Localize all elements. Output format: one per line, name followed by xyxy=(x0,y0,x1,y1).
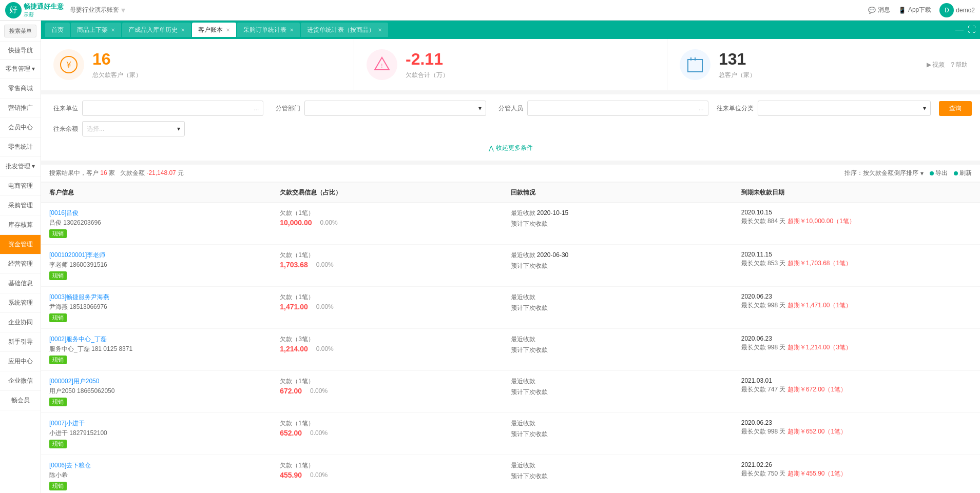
help-btn[interactable]: ? 帮助 xyxy=(951,61,968,69)
tab-maximize-btn[interactable]: ⛶ xyxy=(968,25,976,34)
sidebar-search-btn[interactable]: 搜索菜单 xyxy=(4,25,36,37)
search-button[interactable]: 查询 xyxy=(939,101,972,116)
debt-amount-3: 1,471.00 xyxy=(280,303,308,311)
sidebar-item-enterprise-collab[interactable]: 企业协同 xyxy=(0,313,41,332)
app-download-btn[interactable]: 📱 App下载 xyxy=(898,6,931,14)
sidebar-item-enterprise-wechat[interactable]: 企业微信 xyxy=(0,371,41,391)
overdue-amount-3[interactable]: 超期￥1,471.00（1笔） xyxy=(787,302,852,309)
sidebar-item-app-center[interactable]: 应用中心 xyxy=(0,352,41,371)
sidebar-item-member-plus[interactable]: 畅会员 xyxy=(0,391,41,410)
tab-minimize-btn[interactable]: — xyxy=(955,25,964,34)
collection-date-2: 2020-06-30 xyxy=(537,251,568,259)
collection-next-5: 预计下次收款 xyxy=(511,388,741,397)
main-layout: 搜索菜单 快捷导航 零售管理 ▾ 零售商城 营销推广 会员中心 零售统计 批发管… xyxy=(0,21,980,493)
user-menu[interactable]: D demo2 xyxy=(939,3,975,17)
tab-product-shelf-close[interactable]: ✕ xyxy=(111,27,115,33)
tab-product-history[interactable]: 产成品入库单历史 ✕ xyxy=(122,23,191,37)
content-area: ¥ 16 总欠款客户（家） ! -2.11 欠款合计（万） xyxy=(41,39,980,493)
overdue-amount-1[interactable]: 超期￥10,000.00（1笔） xyxy=(787,218,855,225)
debt-cell-5: 欠款（1笔） 672.00 0.00% xyxy=(280,377,510,395)
customer-id-6[interactable]: [0007]小进干 xyxy=(49,419,280,428)
overdue-amount-2[interactable]: 超期￥1,703.68（1笔） xyxy=(787,260,852,267)
filter-manager-label: 分管人员 xyxy=(494,104,523,113)
tab-home[interactable]: 首页 xyxy=(45,23,70,37)
tab-purchase-stats[interactable]: 进货单统计表（按商品） ✕ xyxy=(301,23,388,37)
export-btn[interactable]: 导出 xyxy=(930,169,948,178)
app-download-icon: 📱 xyxy=(898,7,906,14)
overdue-amount-5[interactable]: 超期￥672.00（1笔） xyxy=(787,386,847,393)
sidebar-item-ecommerce[interactable]: 电商管理 xyxy=(0,176,41,196)
overdue-amount-6[interactable]: 超期￥652.00（1笔） xyxy=(787,428,847,435)
tab-product-shelf[interactable]: 商品上下架 ✕ xyxy=(71,23,121,37)
filter-dept-select[interactable]: ▾ xyxy=(304,101,486,116)
customer-id-4[interactable]: [0002]服务中心_丁磊 xyxy=(49,335,280,344)
filter-source-unit-input[interactable]: ... xyxy=(82,101,263,116)
tab-purchase-order[interactable]: 采购订单统计表 ✕ xyxy=(237,23,300,37)
sidebar-item-operations[interactable]: 经营管理 xyxy=(0,254,41,274)
filter-manager-input[interactable]: ... xyxy=(527,101,708,116)
customer-tag-5: 现销 xyxy=(49,398,67,406)
overdue-cell-3: 2020.06.23 最长欠款 998 天 超期￥1,471.00（1笔） xyxy=(741,293,972,310)
customer-id-1[interactable]: [0016]吕俊 xyxy=(49,209,280,218)
customer-info-cell-1: [0016]吕俊 吕俊 13026203696 现销 xyxy=(49,209,280,238)
video-btn[interactable]: ▶ 视频 xyxy=(927,61,945,69)
customer-id-2[interactable]: [0001020001]李老师 xyxy=(49,251,280,260)
customer-id-3[interactable]: [0003]畅捷服务尹海燕 xyxy=(49,293,280,302)
store-dropdown-icon[interactable]: ▾ xyxy=(121,5,125,15)
tab-customer-account[interactable]: 客户账本 ✕ xyxy=(192,23,236,37)
collapse-btn[interactable]: ⋀ 收起更多条件 xyxy=(49,142,972,154)
refresh-btn[interactable]: 刷新 xyxy=(954,169,972,178)
tab-product-history-close[interactable]: ✕ xyxy=(181,27,185,33)
sidebar-item-retail-mall[interactable]: 零售商城 xyxy=(0,79,41,98)
svg-rect-4 xyxy=(688,60,702,72)
tab-customer-account-close[interactable]: ✕ xyxy=(226,27,230,33)
debt-count-1: 欠款（1笔） xyxy=(280,209,510,218)
video-label: 视频 xyxy=(932,61,945,69)
overdue-amount-7[interactable]: 超期￥455.90（1笔） xyxy=(787,470,847,477)
sidebar-item-basic-info[interactable]: 基础信息 xyxy=(0,274,41,293)
sidebar-item-marketing[interactable]: 营销推广 xyxy=(0,98,41,118)
sidebar-item-retail-mgmt[interactable]: 零售管理 ▾ xyxy=(0,60,41,79)
sort-select[interactable]: 排序：按欠款金额倒序排序 ▾ xyxy=(844,169,924,178)
sidebar-item-newbie[interactable]: 新手引导 xyxy=(0,332,41,352)
collection-latest-1: 最近收款 2020-10-15 xyxy=(511,209,741,218)
collection-latest-7: 最近收款 xyxy=(511,461,741,470)
svg-text:¥: ¥ xyxy=(66,61,71,69)
tab-product-shelf-label: 商品上下架 xyxy=(77,26,108,34)
message-btn[interactable]: 💬 消息 xyxy=(868,6,890,14)
filter-unit-category: 往来单位分类 ▾ xyxy=(717,101,931,116)
customer-id-5[interactable]: [000002]用户2050 xyxy=(49,377,280,386)
customer-tag-3: 现销 xyxy=(49,313,67,322)
filter-row-2: 往来余额 选择... ▾ xyxy=(49,121,972,136)
customer-phone-1: 吕俊 13026203696 xyxy=(49,219,280,227)
filter-unit-category-select[interactable]: ▾ xyxy=(758,101,931,116)
collapse-label: 收起更多条件 xyxy=(496,144,533,152)
summary-icon-debt-total: ! xyxy=(367,49,397,80)
overdue-cell-7: 2021.02.26 最长欠款 750 天 超期￥455.90（1笔） xyxy=(741,461,972,478)
sidebar-item-batch-mgmt[interactable]: 批发管理 ▾ xyxy=(0,157,41,176)
debt-cell-1: 欠款（1笔） 10,000.00 0.00% xyxy=(280,209,510,227)
sidebar-item-inventory[interactable]: 库存核算 xyxy=(0,215,41,235)
quick-nav[interactable]: 快捷导航 xyxy=(0,42,41,60)
customer-tag-7: 现销 xyxy=(49,482,67,490)
tab-purchase-order-label: 采购订单统计表 xyxy=(243,26,286,34)
sidebar-item-purchase[interactable]: 采购管理 xyxy=(0,196,41,215)
tab-purchase-stats-close[interactable]: ✕ xyxy=(378,27,382,33)
summary-number-total: 131 xyxy=(719,50,756,69)
logo-text-area: 畅捷通好生意 示薪 xyxy=(24,2,64,18)
table-row: [0003]畅捷服务尹海燕 尹海燕 18513066976 现销 欠款（1笔） … xyxy=(41,287,980,329)
sidebar-item-retail-stats[interactable]: 零售统计 xyxy=(0,137,41,157)
customer-id-7[interactable]: [0006]去下粮仓 xyxy=(49,461,280,470)
sidebar-item-capital[interactable]: 资金管理 xyxy=(0,235,41,254)
top-bar-right: 💬 消息 📱 App下载 D demo2 xyxy=(868,3,975,17)
debt-amount-4: 1,214.00 xyxy=(280,345,308,353)
sidebar-item-member[interactable]: 会员中心 xyxy=(0,118,41,137)
tab-purchase-order-close[interactable]: ✕ xyxy=(290,27,294,33)
overdue-days-5: 最长欠款 747 天 超期￥672.00（1笔） xyxy=(741,385,972,394)
subtitle[interactable]: 示薪 xyxy=(24,11,64,18)
overdue-amount-4[interactable]: 超期￥1,214.00（3笔） xyxy=(787,344,852,351)
debt-ratio-1: 0.00% xyxy=(320,219,338,226)
collection-cell-2: 最近收款 2020-06-30 预计下次收款 xyxy=(511,251,741,270)
filter-balance-select[interactable]: 选择... ▾ xyxy=(82,121,185,136)
sidebar-item-system[interactable]: 系统管理 xyxy=(0,293,41,313)
